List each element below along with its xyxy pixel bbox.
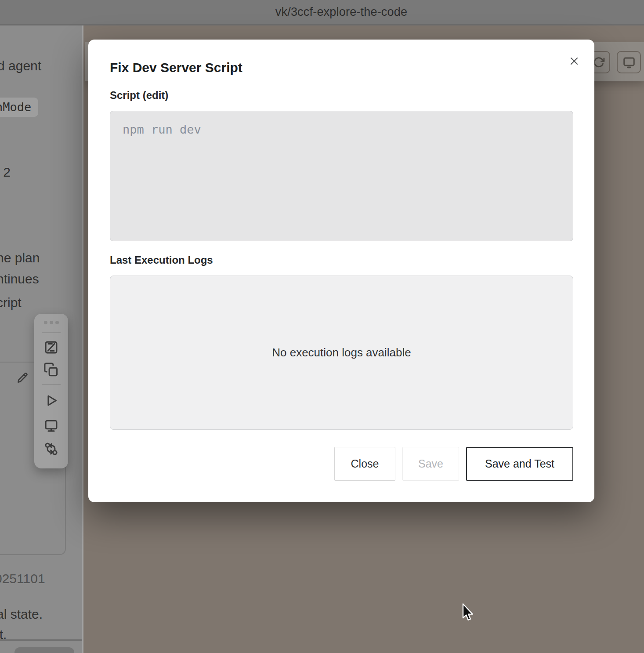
fix-dev-server-script-dialog: Fix Dev Server Script Script (edit) Last… (88, 40, 594, 502)
window-title: vk/3ccf-explore-the-code (275, 5, 407, 19)
git-compare-button[interactable] (43, 441, 59, 457)
floating-toolbar (34, 314, 68, 468)
save-button: Save (402, 447, 459, 481)
logo-button[interactable] (43, 340, 59, 355)
pencil-icon (15, 371, 29, 385)
sidebar-fragment-continues: ntinues (0, 272, 39, 287)
preview-monitor-button[interactable] (617, 51, 641, 73)
monitor-icon (622, 56, 636, 69)
sidebar-fragment-try: y 2 (0, 165, 11, 180)
drag-handle-dots[interactable] (34, 321, 68, 324)
script-label: Script (edit) (110, 89, 168, 102)
toolbar-divider (42, 384, 61, 385)
logs-label: Last Execution Logs (110, 254, 213, 266)
script-textarea[interactable] (110, 111, 573, 241)
edit-button[interactable] (15, 371, 30, 386)
sidebar-pill-button[interactable] (14, 647, 74, 653)
logo-icon (43, 340, 59, 355)
toolbar-divider (42, 332, 61, 333)
sidebar-fragment-plan: he plan (0, 250, 40, 265)
close-button[interactable]: Close (334, 447, 395, 481)
mouse-cursor (461, 603, 474, 624)
dialog-close-button[interactable] (566, 53, 582, 69)
window-titlebar: vk/3ccf-explore-the-code (0, 0, 644, 25)
dialog-title: Fix Dev Server Script (110, 60, 242, 75)
save-and-test-button[interactable]: Save and Test (466, 447, 573, 481)
logs-empty-text: No execution logs available (272, 346, 411, 359)
copy-button[interactable] (43, 362, 59, 377)
monitor-icon (43, 418, 59, 433)
cursor-icon (461, 603, 474, 622)
monitor-button[interactable] (43, 418, 59, 433)
sidebar-divider (0, 639, 82, 641)
close-icon (568, 55, 580, 67)
git-compare-icon (43, 441, 59, 457)
play-button[interactable] (43, 393, 59, 408)
copy-icon (43, 362, 59, 377)
sidebar-fragment-state: al state. (0, 607, 43, 622)
dialog-button-row: Close Save Save and Test (334, 447, 573, 481)
sidebar-fragment-number: 0251101 (0, 571, 45, 586)
logs-panel: No execution logs available (110, 276, 573, 430)
code-chip: nMode (0, 98, 38, 117)
sidebar-fragment-script: cript (0, 295, 22, 310)
app-screen: vk/3ccf-explore-the-code d agent nMode y… (0, 0, 644, 653)
sidebar-fragment-agent: d agent (0, 58, 41, 73)
play-icon (43, 393, 59, 408)
